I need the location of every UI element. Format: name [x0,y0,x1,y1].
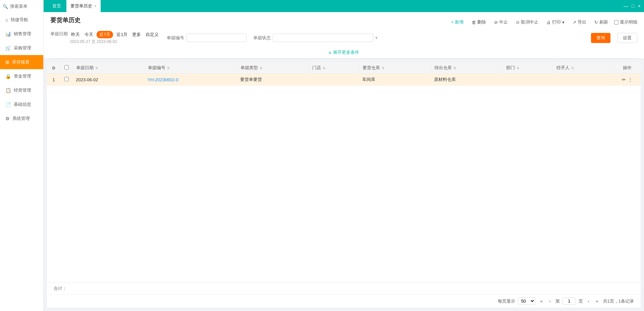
date-opt-custom[interactable]: 自定义 [144,31,160,38]
page-size-select[interactable]: 50 100 200 [518,297,535,305]
sidebar-item-operation[interactable]: 📋 经营管理 [0,83,43,97]
export-button[interactable]: ↗ 导出 [571,18,588,27]
print-dropdown-icon[interactable]: ▾ [562,20,565,25]
delete-button[interactable]: 🗑 删除 [470,18,488,27]
doc-status-dropdown-icon[interactable]: ▾ [375,35,378,40]
col-header-handler[interactable]: 经手人 ⇅ [553,62,614,74]
filter-group-date: 单据日期 昨天 今天 近7天 近1月 更多 自定义 2023-05-27 至 2… [50,31,160,45]
row-check[interactable] [60,74,72,86]
doc-no-filter-label: 单据编号 [167,35,184,41]
date-opt-yesterday[interactable]: 昨天 [70,31,81,38]
sidebar-item-purchase[interactable]: 🛒 采购管理 [0,41,43,55]
row-more-icon[interactable]: ⋮ [628,77,633,82]
col-header-action: 操作 [614,62,641,74]
sidebar-item-sales[interactable]: 📊 销售管理 [0,27,43,41]
sidebar-item-system[interactable]: ⚙ 系统管理 [0,112,43,126]
next-page-btn[interactable]: › [586,298,591,304]
row-department [502,74,553,86]
col-department-label: 部门 [506,65,515,70]
sidebar-search[interactable]: 🔍 搜索菜单 [0,0,43,13]
stop-button[interactable]: ⊘ 中止 [492,18,510,27]
date-opt-more[interactable]: 更多 [131,31,142,38]
sidebar-item-inventory[interactable]: ⊞ 库存核算 [0,55,43,69]
sidebar-item-label: 销售管理 [14,31,31,37]
col-header-check[interactable] [60,62,72,74]
date-opt-7days[interactable]: 近7天 [97,31,113,38]
col-header-doc-type[interactable]: 单据类型 ⇅ [237,62,309,74]
page-number-input[interactable] [562,298,576,305]
sidebar-search-label: 搜索菜单 [10,3,28,9]
stop-icon: ⊘ [494,20,498,25]
export-label: 导出 [578,19,586,25]
last-page-btn[interactable]: » [594,298,600,304]
show-detail-checkbox-label[interactable]: 显示明细 [614,19,637,25]
sidebar-item-basic[interactable]: 📄 基础信息 [0,97,43,112]
tab-close-icon[interactable]: × [94,4,97,8]
toolbar: + 新增 🗑 删除 ⊘ 中止 ⊙ 取消中止 🖨 打 [449,18,637,27]
search-icon: 🔍 [3,4,8,9]
first-page-btn[interactable]: « [538,298,544,304]
main-content: 首页 要货单历史 × — □ × 要货单历史 + 新增 🗑 删除 [44,0,644,311]
refresh-label: 刷新 [599,19,608,25]
filter-area: 单据日期 昨天 今天 近7天 近1月 更多 自定义 2023-05-27 至 2… [50,28,637,58]
col-header-store[interactable]: 门店 ⇅ [309,62,359,74]
settings-button[interactable]: 设置 [617,33,637,43]
select-all-checkbox[interactable] [64,65,69,70]
sidebar-item-quick-nav[interactable]: ⌂ 快捷导航 [0,13,43,27]
cancel-stop-button[interactable]: ⊙ 取消中止 [514,18,540,27]
show-detail-checkbox[interactable] [614,20,619,25]
maximize-icon[interactable]: □ [632,3,634,9]
inventory-icon: ⊞ [5,59,9,65]
row-actions: ✏ ⋮ [614,74,641,86]
sales-icon: 📊 [5,31,11,37]
system-icon: ⚙ [5,116,10,121]
refresh-button[interactable]: ↻ 刷新 [592,18,610,27]
add-button[interactable]: + 新增 [449,18,466,27]
page-size-label: 每页显示 [498,298,515,304]
sort-date-icon: ⇅ [95,66,98,70]
print-icon: 🖨 [546,20,551,25]
row-date: 2023-06-02 [72,74,144,86]
minimize-icon[interactable]: — [624,3,628,9]
doc-no-link[interactable]: YH-20230602-0 [148,77,178,82]
col-header-pending-warehouse[interactable]: 待出仓库 ⇅ [431,62,502,74]
row-store [309,74,359,86]
print-button[interactable]: 🖨 打印 ▾ [544,18,567,27]
sidebar-item-finance[interactable]: 🔒 资金管理 [0,69,43,83]
row-handler [553,74,614,86]
query-button[interactable]: 查询 [591,33,610,43]
row-checkbox[interactable] [64,77,69,81]
tab-active[interactable]: 要货单历史 × [66,0,101,12]
total-info: 共1页，1条记录 [603,298,634,304]
doc-no-input[interactable] [186,34,247,42]
home-icon: ⌂ [5,17,8,23]
sidebar-item-label: 基础信息 [14,101,31,107]
sort-doc-no-icon: ⇅ [167,66,170,70]
date-opt-1month[interactable]: 近1月 [115,31,129,38]
table-container: ⚙ 单据日期 ⇅ 单据编号 ⇅ 单据类型 ⇅ [47,62,641,282]
col-header-doc-no[interactable]: 单据编号 ⇅ [144,62,237,74]
col-doc-no-label: 单据编号 [148,65,165,70]
row-settings: 1 [47,74,60,86]
col-header-req-warehouse[interactable]: 要货仓库 ⇅ [359,62,431,74]
delete-label: 删除 [477,19,486,25]
col-header-department[interactable]: 部门 ⇅ [502,62,553,74]
row-edit-icon[interactable]: ✏ [622,77,626,82]
show-detail-text: 显示明细 [620,19,637,25]
page-header: 要货单历史 + 新增 🗑 删除 ⊘ 中止 ⊙ 取消中止 [44,12,644,59]
prev-page-btn[interactable]: ‹ [547,298,553,304]
row-pending-warehouse: 原材料仓库 [431,74,502,86]
date-opt-today[interactable]: 今天 [83,31,95,38]
row-doc-type: 要货单要货 [237,74,309,86]
tab-home[interactable]: 首页 [47,0,66,12]
cancel-stop-icon: ⊙ [516,20,520,25]
sort-req-warehouse-icon: ⇅ [382,66,384,70]
expand-filter-button[interactable]: ∨ 展开更多条件 [328,49,359,55]
sidebar-item-label: 快捷导航 [11,17,28,23]
close-window-icon[interactable]: × [638,3,641,9]
col-header-date[interactable]: 单据日期 ⇅ [72,62,144,74]
col-header-settings[interactable]: ⚙ [47,62,60,74]
operation-icon: 📋 [5,88,11,93]
export-icon: ↗ [573,20,576,25]
doc-status-input[interactable] [273,34,373,42]
